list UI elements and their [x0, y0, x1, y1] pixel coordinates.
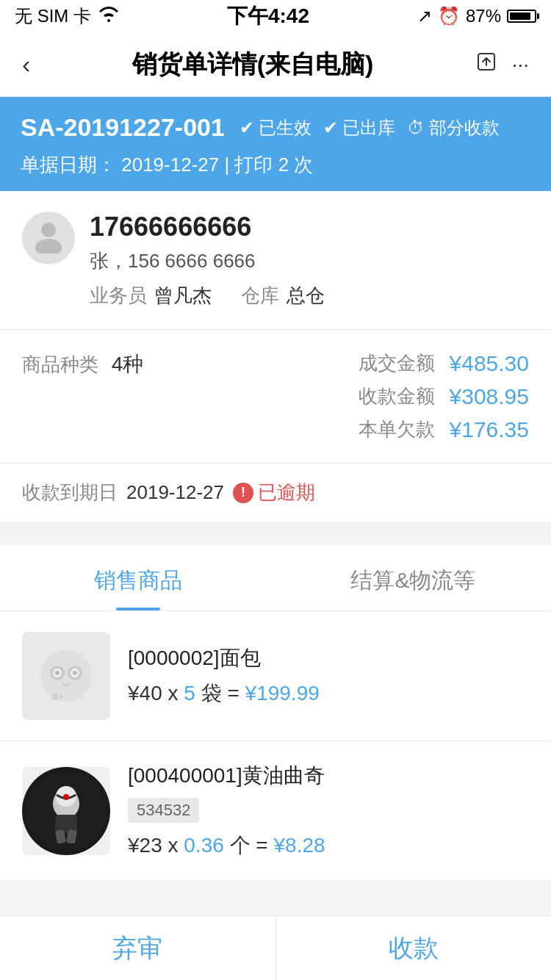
amount-value-3: ¥176.35 — [450, 417, 529, 442]
battery-indicator — [507, 10, 536, 23]
svg-point-3 — [40, 650, 92, 702]
status-time: 下午4:42 — [227, 2, 309, 30]
status-tag-partial: ⏱ 部分收款 — [407, 116, 500, 140]
bottom-bar: 弃审 收款 — [0, 915, 551, 980]
check-icon-1: ✔ — [240, 118, 254, 138]
status-tags: ✔ 已生效 ✔ 已出库 ⏱ 部分收款 — [240, 116, 500, 140]
customer-avatar — [22, 212, 75, 264]
check-icon-2: ✔ — [323, 118, 338, 138]
warehouse-field: 仓库 总仓 — [241, 283, 325, 309]
kind-label: 商品种类 — [22, 353, 98, 375]
customer-name: 17666666666 — [90, 212, 529, 242]
product-total-1: ¥199.99 — [245, 682, 320, 705]
amounts-section: 成交金额 ¥485.30 收款金额 ¥308.95 本单欠款 ¥176.35 — [359, 350, 529, 442]
customer-contact: 张，156 6666 6666 — [90, 248, 529, 274]
nav-title: 销货单详情(来自电脑) — [132, 48, 374, 82]
status-tag-effective: ✔ 已生效 — [240, 116, 311, 140]
product-info-2: [000400001]黄油曲奇 534532 ¥23 x 0.36 个 = ¥8… — [128, 762, 529, 860]
product-price-1: ¥40 x 5 袋 = ¥199.99 — [128, 680, 529, 707]
header-date: 单据日期： 2019-12-27 | 打印 2 次 — [21, 152, 530, 178]
customer-row: 业务员 曾凡杰 仓库 总仓 — [90, 283, 529, 309]
overdue-badge: ! 已逾期 — [233, 480, 315, 505]
product-thumb-1: 量+ — [22, 632, 110, 720]
product-qty-2: 0.36 — [184, 834, 224, 857]
product-item-2: [000400001]黄油曲奇 534532 ¥23 x 0.36 个 = ¥8… — [0, 741, 551, 881]
svg-text:量+: 量+ — [51, 693, 63, 701]
amount-value-1: ¥485.30 — [450, 351, 529, 376]
status-left: 无 SIM 卡 — [15, 4, 119, 28]
warehouse-value: 总仓 — [287, 283, 325, 309]
order-id: SA-20191227-001 — [21, 113, 225, 142]
amount-row-1: 成交金额 ¥485.30 — [359, 350, 529, 376]
status-bar: 无 SIM 卡 下午4:42 ↗ ⏰ 87% — [0, 0, 551, 32]
product-info-1: [0000002]面包 ¥40 x 5 袋 = ¥199.99 — [128, 644, 529, 707]
header-top: SA-20191227-001 ✔ 已生效 ✔ 已出库 ⏱ 部分收款 — [21, 113, 530, 142]
product-price-2: ¥23 x 0.36 个 = ¥8.28 — [128, 832, 529, 860]
kind-section: 商品种类 4种 — [22, 350, 143, 378]
amount-label-3: 本单欠款 — [359, 417, 435, 442]
nav-bar: ‹ 销货单详情(来自电脑) ··· — [0, 32, 551, 97]
sales-field: 业务员 曾凡杰 — [90, 283, 212, 309]
summary-row: 商品种类 4种 成交金额 ¥485.30 收款金额 ¥308.95 本单欠款 ¥… — [22, 350, 529, 442]
product-name-1: [0000002]面包 — [128, 644, 529, 672]
nav-left: ‹ — [22, 50, 30, 79]
main-divider — [0, 522, 551, 533]
battery-text: 87% — [466, 6, 501, 26]
amount-value-2: ¥308.95 — [450, 384, 529, 409]
tab-products[interactable]: 销售商品 — [0, 545, 276, 610]
due-section: 收款到期日 2019-12-27 ! 已逾期 — [0, 464, 551, 522]
svg-point-14 — [63, 794, 69, 800]
product-sku-2: 534532 — [128, 798, 199, 823]
product-total-2: ¥8.28 — [273, 834, 325, 857]
due-date-value: 2019-12-27 — [126, 481, 224, 504]
svg-point-9 — [73, 671, 77, 675]
more-icon[interactable]: ··· — [512, 53, 529, 76]
tabs: 销售商品 结算&物流等 — [0, 545, 551, 611]
carrier-text: 无 SIM 卡 — [15, 4, 91, 28]
product-name-2: [000400001]黄油曲奇 — [128, 762, 529, 790]
sales-label: 业务员 — [90, 283, 147, 309]
overdue-icon: ! — [233, 483, 253, 503]
amount-row-2: 收款金额 ¥308.95 — [359, 383, 529, 409]
product-item-1: 量+ [0000002]面包 ¥40 x 5 袋 = ¥199.99 — [0, 611, 551, 741]
status-right: ↗ ⏰ 87% — [417, 6, 536, 26]
nav-right: ··· — [475, 51, 529, 78]
product-list: 量+ [0000002]面包 ¥40 x 5 袋 = ¥199.99 — [0, 611, 551, 881]
kind-value: 4种 — [112, 353, 144, 375]
avatar-icon — [30, 217, 67, 260]
amount-row-3: 本单欠款 ¥176.35 — [359, 417, 529, 442]
svg-point-2 — [35, 239, 62, 253]
svg-point-8 — [55, 671, 60, 675]
cancel-button[interactable]: 弃审 — [0, 916, 276, 980]
share-icon[interactable] — [475, 51, 497, 78]
back-button[interactable]: ‹ — [22, 50, 30, 79]
header-banner: SA-20191227-001 ✔ 已生效 ✔ 已出库 ⏱ 部分收款 单据日期：… — [0, 97, 551, 191]
product-thumb-2 — [22, 767, 110, 855]
tab-logistics[interactable]: 结算&物流等 — [276, 545, 551, 610]
warehouse-label: 仓库 — [241, 283, 279, 309]
clock-icon: ⏱ — [407, 118, 425, 138]
sales-value: 曾凡杰 — [154, 283, 212, 309]
overdue-text: 已逾期 — [258, 480, 315, 505]
product-qty-1: 5 — [184, 682, 195, 705]
amount-label-2: 收款金额 — [359, 383, 435, 409]
location-icon: ↗ — [417, 6, 432, 26]
status-tag-shipped: ✔ 已出库 — [323, 116, 395, 140]
customer-section: 17666666666 张，156 6666 6666 业务员 曾凡杰 仓库 总… — [0, 191, 551, 329]
wifi-icon — [98, 6, 119, 26]
confirm-button[interactable]: 收款 — [276, 916, 552, 980]
alarm-icon: ⏰ — [438, 6, 460, 26]
summary-section: 商品种类 4种 成交金额 ¥485.30 收款金额 ¥308.95 本单欠款 ¥… — [0, 330, 551, 463]
amount-label-1: 成交金额 — [359, 350, 435, 376]
svg-point-1 — [41, 223, 56, 237]
due-label: 收款到期日 — [22, 480, 118, 505]
customer-info: 17666666666 张，156 6666 6666 业务员 曾凡杰 仓库 总… — [90, 212, 529, 309]
